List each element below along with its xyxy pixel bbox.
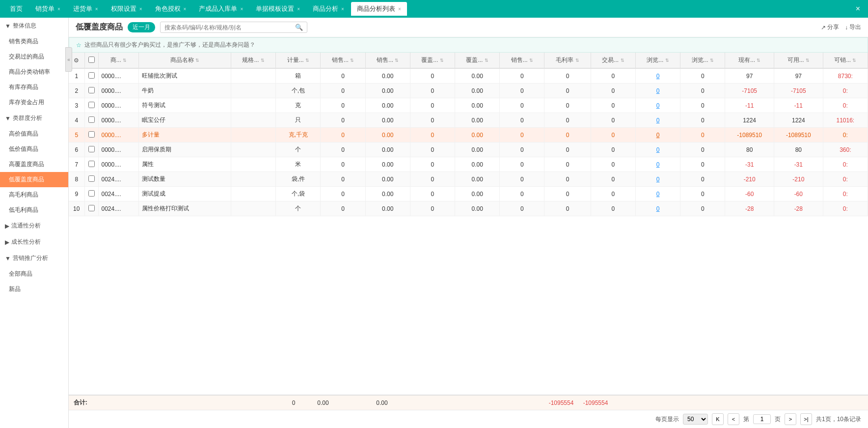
- row-select-checkbox[interactable]: [88, 116, 95, 123]
- last-page-button[interactable]: >|: [800, 413, 812, 425]
- row-checkbox[interactable]: [84, 201, 98, 216]
- row-browse1[interactable]: 0: [635, 98, 680, 113]
- row-browse1[interactable]: 0: [635, 128, 680, 143]
- close-tab-templates[interactable]: ×: [297, 6, 300, 12]
- next-page-button[interactable]: >: [785, 413, 796, 425]
- row-name[interactable]: 测试数量: [139, 172, 231, 187]
- export-button[interactable]: ↓ 导出: [845, 23, 861, 31]
- row-checkbox[interactable]: [84, 157, 98, 172]
- nav-tab-roles[interactable]: 角色授权 ×: [149, 2, 192, 16]
- row-name[interactable]: 旺辅批次测试: [139, 68, 231, 84]
- code-column-header[interactable]: 商... ⇅: [98, 53, 139, 68]
- row-select-checkbox[interactable]: [88, 161, 95, 167]
- page-number-input[interactable]: [753, 414, 771, 424]
- row-select-checkbox[interactable]: [88, 87, 95, 93]
- nav-tab-home[interactable]: 首页: [4, 2, 28, 16]
- sidebar-section-growth[interactable]: ▶ 成长性分析: [0, 234, 68, 250]
- close-tab-permissions[interactable]: ×: [139, 6, 142, 12]
- row-browse1[interactable]: 0: [635, 113, 680, 128]
- select-all-checkbox[interactable]: [88, 57, 95, 63]
- sidebar-item-sales-products[interactable]: 销售类商品: [0, 34, 68, 49]
- sidebar-section-flow[interactable]: ▶ 流通性分析: [0, 218, 68, 234]
- close-tab-sales[interactable]: ×: [57, 6, 60, 12]
- stock3-column-header[interactable]: 可销... ⇅: [823, 53, 868, 68]
- close-tab-analysis-list[interactable]: ×: [398, 6, 401, 12]
- sidebar-item-low-value[interactable]: 低价值商品: [0, 142, 68, 157]
- row-browse1[interactable]: 0: [635, 68, 680, 84]
- row-checkbox[interactable]: [84, 187, 98, 201]
- row-select-checkbox[interactable]: [88, 131, 95, 138]
- sidebar-item-high-coverage[interactable]: 高覆盖度商品: [0, 157, 68, 172]
- sidebar-item-in-stock[interactable]: 有库存商品: [0, 80, 68, 95]
- sales2-column-header[interactable]: 销售... ⇅: [365, 53, 410, 68]
- spec-column-header[interactable]: 规格... ⇅: [231, 53, 276, 68]
- nav-tab-production[interactable]: 产成品入库单 ×: [193, 2, 249, 16]
- row-select-checkbox[interactable]: [88, 146, 95, 152]
- row-browse1[interactable]: 0: [635, 187, 680, 201]
- row-name[interactable]: 符号测试: [139, 98, 231, 113]
- sidebar-item-all-products[interactable]: 全部商品: [0, 266, 68, 282]
- row-checkbox[interactable]: [84, 172, 98, 187]
- row-select-checkbox[interactable]: [88, 175, 95, 182]
- sidebar-item-category-rate[interactable]: 商品分类动销率: [0, 64, 68, 80]
- row-select-checkbox[interactable]: [88, 102, 95, 108]
- gross-margin-column-header[interactable]: 毛利率 ⇅: [544, 53, 591, 68]
- table-container[interactable]: ⚙ 商... ⇅ 商品名称 ⇅ 规格... ⇅ 计量... ⇅ 销售... ⇅ …: [69, 53, 868, 395]
- row-select-checkbox[interactable]: [88, 205, 95, 211]
- row-name[interactable]: 属性价格打印测试: [139, 201, 231, 216]
- row-checkbox[interactable]: [84, 113, 98, 128]
- close-tab-analysis[interactable]: ×: [341, 6, 344, 12]
- search-input[interactable]: [164, 24, 293, 31]
- row-name[interactable]: 启用保质期: [139, 143, 231, 157]
- row-name[interactable]: 牛奶: [139, 84, 231, 98]
- row-browse1[interactable]: 0: [635, 172, 680, 187]
- page-size-select[interactable]: 50 20 100: [683, 414, 708, 425]
- name-column-header[interactable]: 商品名称 ⇅: [139, 53, 231, 68]
- browse2-column-header[interactable]: 浏览... ⇅: [680, 53, 725, 68]
- sales1-column-header[interactable]: 销售... ⇅: [321, 53, 365, 68]
- row-browse1[interactable]: 0: [635, 157, 680, 172]
- nav-tab-purchase[interactable]: 进货单 ×: [67, 2, 104, 16]
- sidebar-item-high-value[interactable]: 高价值商品: [0, 126, 68, 142]
- time-filter-button[interactable]: 近一月: [128, 22, 155, 32]
- row-name[interactable]: 测试提成: [139, 187, 231, 201]
- sidebar-item-new-products[interactable]: 新品: [0, 282, 68, 297]
- share-button[interactable]: ↗ 分享: [821, 23, 839, 31]
- nav-tab-sales[interactable]: 销货单 ×: [29, 2, 66, 16]
- row-checkbox[interactable]: [84, 143, 98, 157]
- sidebar-item-high-margin[interactable]: 高毛利商品: [0, 187, 68, 202]
- sidebar-collapse-button[interactable]: «: [65, 47, 72, 72]
- sidebar-section-cluster[interactable]: ▼ 类群度分析: [0, 110, 68, 126]
- sales3-column-header[interactable]: 销售... ⇅: [500, 53, 544, 68]
- browse1-column-header[interactable]: 浏览... ⇅: [635, 53, 680, 68]
- coverage1-column-header[interactable]: 覆盖... ⇅: [410, 53, 455, 68]
- first-page-button[interactable]: K: [712, 413, 724, 425]
- row-select-checkbox[interactable]: [88, 72, 95, 79]
- close-tab-production[interactable]: ×: [240, 6, 243, 12]
- sidebar-item-traded-products[interactable]: 交易过的商品: [0, 49, 68, 64]
- row-name[interactable]: 眠宝公仔: [139, 113, 231, 128]
- coverage2-column-header[interactable]: 覆盖... ⇅: [455, 53, 500, 68]
- row-browse1[interactable]: 0: [635, 143, 680, 157]
- sidebar-section-overview[interactable]: ▼ 整体信息: [0, 18, 68, 34]
- sidebar-item-stock-capital[interactable]: 库存资金占用: [0, 95, 68, 110]
- row-name[interactable]: 属性: [139, 157, 231, 172]
- row-checkbox[interactable]: [84, 68, 98, 84]
- sidebar-section-marketing[interactable]: ▼ 营销推广分析: [0, 250, 68, 266]
- close-tab-roles[interactable]: ×: [184, 6, 187, 12]
- nav-tab-analysis[interactable]: 商品分析 ×: [307, 2, 350, 16]
- nav-tab-permissions[interactable]: 权限设置 ×: [105, 2, 148, 16]
- row-checkbox[interactable]: [84, 84, 98, 98]
- transaction-column-header[interactable]: 交易... ⇅: [591, 53, 635, 68]
- unit-column-header[interactable]: 计量... ⇅: [276, 53, 321, 68]
- close-tab-purchase[interactable]: ×: [95, 6, 98, 12]
- checkbox-column-header[interactable]: [84, 53, 98, 68]
- row-checkbox[interactable]: [84, 98, 98, 113]
- stock2-column-header[interactable]: 可用... ⇅: [774, 53, 823, 68]
- close-all-button[interactable]: ×: [852, 4, 864, 13]
- row-checkbox[interactable]: [84, 128, 98, 143]
- row-select-checkbox[interactable]: [88, 190, 95, 197]
- sidebar-item-low-coverage[interactable]: 低覆盖度商品: [0, 172, 68, 187]
- row-browse1[interactable]: 0: [635, 84, 680, 98]
- row-browse1[interactable]: 0: [635, 201, 680, 216]
